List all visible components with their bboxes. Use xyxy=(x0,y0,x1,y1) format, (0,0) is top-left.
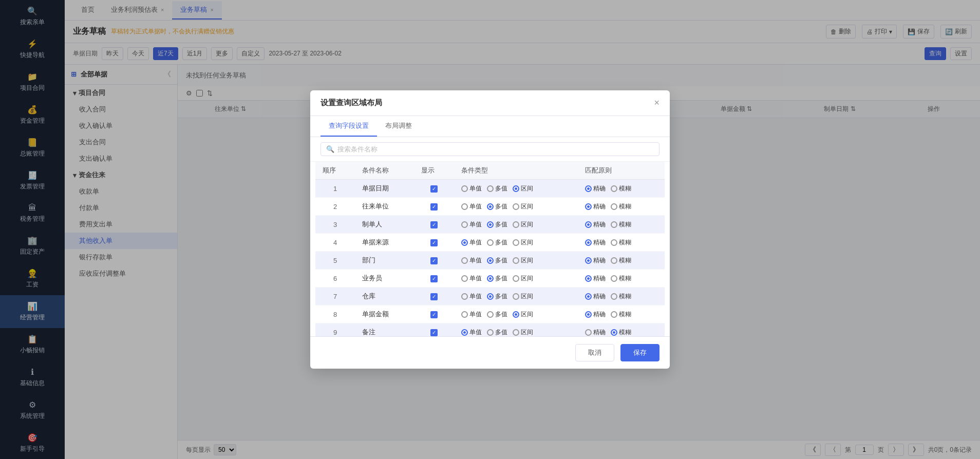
radio-dot-multi xyxy=(487,185,494,192)
radio-dot-multi xyxy=(487,239,494,246)
table-row: 2往来单位✓单值多值区间精确模糊 xyxy=(315,198,665,216)
radio-range[interactable]: 区间 xyxy=(513,202,533,211)
radio-range[interactable]: 区间 xyxy=(513,238,533,247)
radio-match-exact[interactable]: 精确 xyxy=(585,328,606,337)
row-show[interactable]: ✓ xyxy=(414,198,454,216)
radio-match-exact[interactable]: 精确 xyxy=(585,238,606,247)
radio-range[interactable]: 区间 xyxy=(513,310,533,319)
radio-single[interactable]: 单值 xyxy=(461,328,482,337)
row-order: 6 xyxy=(315,270,355,288)
row-show[interactable]: ✓ xyxy=(414,234,454,252)
radio-match-fuzzy[interactable]: 模糊 xyxy=(611,274,631,283)
radio-single[interactable]: 单值 xyxy=(461,274,482,283)
radio-match-dot-exact xyxy=(585,293,592,300)
modal-search-input[interactable] xyxy=(337,145,654,153)
row-condtype: 单值多值区间 xyxy=(454,180,578,198)
radio-multi[interactable]: 多值 xyxy=(487,184,507,193)
radio-match-fuzzy[interactable]: 模糊 xyxy=(611,184,631,193)
radio-match-exact[interactable]: 精确 xyxy=(585,256,606,265)
radio-range[interactable]: 区间 xyxy=(513,292,533,301)
show-checkbox[interactable]: ✓ xyxy=(430,329,438,336)
radio-match-fuzzy[interactable]: 模糊 xyxy=(611,310,631,319)
radio-single[interactable]: 单值 xyxy=(461,202,482,211)
modal-overlay: 设置查询区域布局 × 查询字段设置 布局调整 🔍 顺序 xyxy=(0,0,980,459)
cancel-button[interactable]: 取消 xyxy=(575,344,614,361)
show-checkbox[interactable]: ✓ xyxy=(430,221,438,228)
radio-match-fuzzy[interactable]: 模糊 xyxy=(611,328,631,337)
radio-match-exact[interactable]: 精确 xyxy=(585,310,606,319)
radio-multi[interactable]: 多值 xyxy=(487,328,507,337)
modal-save-button[interactable]: 保存 xyxy=(620,344,659,361)
show-checkbox[interactable]: ✓ xyxy=(430,293,438,300)
radio-single[interactable]: 单值 xyxy=(461,238,482,247)
modal-search-area: 🔍 xyxy=(310,137,670,162)
radio-range[interactable]: 区间 xyxy=(513,220,533,229)
table-row: 3制单人✓单值多值区间精确模糊 xyxy=(315,216,665,234)
tab-field-settings[interactable]: 查询字段设置 xyxy=(321,116,377,137)
radio-match-exact[interactable]: 精确 xyxy=(585,202,606,211)
radio-single[interactable]: 单值 xyxy=(461,220,482,229)
modal-close-button[interactable]: × xyxy=(654,98,659,108)
radio-multi[interactable]: 多值 xyxy=(487,238,507,247)
row-show[interactable]: ✓ xyxy=(414,305,454,323)
row-condtype: 单值多值区间 xyxy=(454,252,578,270)
show-checkbox[interactable]: ✓ xyxy=(430,311,438,318)
radio-single[interactable]: 单值 xyxy=(461,292,482,301)
radio-multi[interactable]: 多值 xyxy=(487,274,507,283)
radio-multi[interactable]: 多值 xyxy=(487,310,507,319)
table-row: 8单据金额✓单值多值区间精确模糊 xyxy=(315,305,665,323)
row-match: 精确模糊 xyxy=(578,216,665,234)
row-show[interactable]: ✓ xyxy=(414,323,454,337)
show-checkbox[interactable]: ✓ xyxy=(430,275,438,282)
tab-layout-adjust[interactable]: 布局调整 xyxy=(377,116,420,137)
radio-range[interactable]: 区间 xyxy=(513,256,533,265)
radio-dot-range xyxy=(513,293,519,300)
row-match: 精确模糊 xyxy=(578,234,665,252)
radio-match-fuzzy[interactable]: 模糊 xyxy=(611,238,631,247)
radio-match-fuzzy[interactable]: 模糊 xyxy=(611,292,631,301)
radio-single[interactable]: 单值 xyxy=(461,310,482,319)
radio-single[interactable]: 单值 xyxy=(461,184,482,193)
table-row: 9备注✓单值多值区间精确模糊 xyxy=(315,323,665,337)
row-match: 精确模糊 xyxy=(578,305,665,323)
radio-multi[interactable]: 多值 xyxy=(487,256,507,265)
radio-range[interactable]: 区间 xyxy=(513,274,533,283)
row-show[interactable]: ✓ xyxy=(414,180,454,198)
row-show[interactable]: ✓ xyxy=(414,216,454,234)
table-row: 4单据来源✓单值多值区间精确模糊 xyxy=(315,234,665,252)
row-match: 精确模糊 xyxy=(578,198,665,216)
row-order: 1 xyxy=(315,180,355,198)
row-show[interactable]: ✓ xyxy=(414,270,454,288)
radio-range[interactable]: 区间 xyxy=(513,184,533,193)
radio-match-dot-exact xyxy=(585,311,592,318)
radio-match-fuzzy[interactable]: 模糊 xyxy=(611,202,631,211)
show-checkbox[interactable]: ✓ xyxy=(430,239,438,246)
radio-dot-multi xyxy=(487,275,494,282)
modal-table-wrapper: 顺序 条件名称 显示 条件类型 匹配原则 1单据日期✓单值多值区间精确模糊2往来… xyxy=(310,162,670,336)
radio-match-fuzzy[interactable]: 模糊 xyxy=(611,256,631,265)
show-checkbox[interactable]: ✓ xyxy=(430,257,438,264)
show-checkbox[interactable]: ✓ xyxy=(430,203,438,211)
radio-match-exact[interactable]: 精确 xyxy=(585,274,606,283)
radio-match-exact[interactable]: 精确 xyxy=(585,292,606,301)
show-checkbox[interactable]: ✓ xyxy=(430,185,438,193)
row-order: 9 xyxy=(315,323,355,337)
radio-range[interactable]: 区间 xyxy=(513,328,533,337)
table-row: 7仓库✓单值多值区间精确模糊 xyxy=(315,288,665,305)
radio-match-dot-fuzzy xyxy=(611,329,617,336)
radio-match-fuzzy[interactable]: 模糊 xyxy=(611,220,631,229)
row-show[interactable]: ✓ xyxy=(414,288,454,305)
row-order: 2 xyxy=(315,198,355,216)
radio-multi[interactable]: 多值 xyxy=(487,202,507,211)
radio-multi[interactable]: 多值 xyxy=(487,292,507,301)
radio-dot-range xyxy=(513,185,519,192)
row-condtype: 单值多值区间 xyxy=(454,270,578,288)
radio-dot-single xyxy=(461,221,468,228)
row-show[interactable]: ✓ xyxy=(414,252,454,270)
radio-match-exact[interactable]: 精确 xyxy=(585,220,606,229)
row-condtype: 单值多值区间 xyxy=(454,305,578,323)
radio-multi[interactable]: 多值 xyxy=(487,220,507,229)
modal-footer: 取消 保存 xyxy=(310,336,670,369)
radio-match-exact[interactable]: 精确 xyxy=(585,184,606,193)
radio-single[interactable]: 单值 xyxy=(461,256,482,265)
